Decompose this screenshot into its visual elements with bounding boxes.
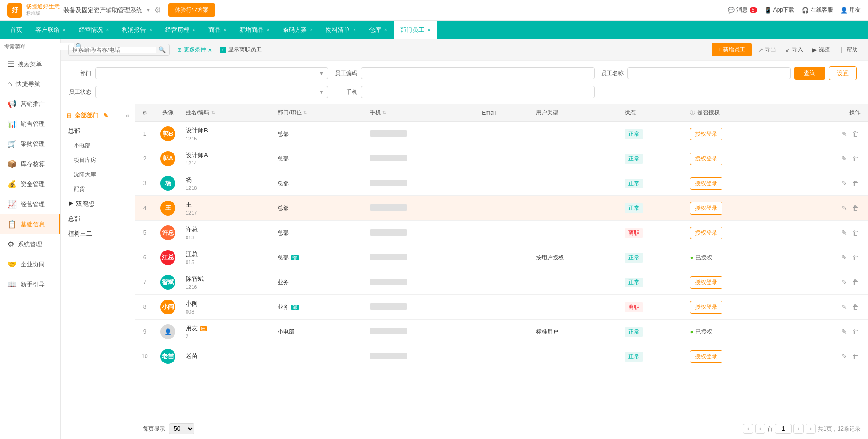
edit-btn[interactable]: ✎ [840,179,849,188]
edit-btn[interactable]: ✎ [840,228,849,237]
nav-item-条码方案[interactable]: 条码方案 × [276,21,319,39]
col-name[interactable]: 姓名/编码 ⇅ [182,104,274,122]
sidebar-item-系统管理[interactable]: ⚙系统管理 [0,234,60,254]
message-btn[interactable]: 💬 消息 5 [728,6,757,14]
help-btn[interactable]: ｜ 帮助 [836,44,861,56]
query-button[interactable]: 查询 [794,67,825,80]
nav-item-利润报告[interactable]: 利润报告 × [115,21,159,39]
dept-tree-child-4[interactable]: 配货 [61,182,135,196]
gear-icon[interactable]: ⚙ [154,6,161,14]
last-page-btn[interactable]: › [806,424,816,434]
nav-close-icon[interactable]: × [105,28,109,33]
emp-status-select[interactable]: ▼ [95,86,328,98]
online-service-btn[interactable]: 🎧 在线客服 [802,6,833,14]
nav-item-新增商品[interactable]: 新增商品 × [233,21,276,39]
delete-btn[interactable]: 🗑 [850,278,861,287]
sidebar-item-经营管理[interactable]: 📈经营管理 [0,194,60,214]
emp-code-input[interactable] [361,67,594,79]
nav-close-icon[interactable]: × [62,28,66,33]
nav-item-经营历程[interactable]: 经营历程 × [159,21,202,39]
edit-btn[interactable]: ✎ [840,129,849,139]
phone-input[interactable] [361,86,594,98]
nav-close-icon[interactable]: × [222,28,227,33]
emp-name-input[interactable] [627,67,791,79]
search-icon[interactable]: 🔍 [158,46,166,53]
delete-btn[interactable]: 🗑 [850,203,861,213]
auth-login-btn[interactable]: 授权登录 [690,128,722,140]
chevron-down-icon[interactable]: ▼ [146,7,151,13]
edit-btn[interactable]: ✎ [840,278,849,287]
page-number-input[interactable] [775,424,792,434]
dept-tree-item-5[interactable]: ▶ 双鹿想 [61,196,135,211]
nav-close-icon[interactable]: × [383,28,387,33]
dept-select[interactable]: ▼ [95,67,328,79]
sidebar-item-营销推广[interactable]: 📢营销推广 [0,94,60,114]
delete-btn[interactable]: 🗑 [850,154,861,163]
nav-close-icon[interactable]: × [148,28,152,33]
next-page-btn[interactable]: › [793,424,804,434]
col-settings[interactable]: ⚙ [135,104,154,122]
sidebar-item-资金管理[interactable]: 💰资金管理 [0,174,60,194]
dept-tree-child-1[interactable]: 小电部 [61,139,135,153]
sidebar-item-销售管理[interactable]: 📊销售管理 [0,114,60,134]
sidebar-item-搜索菜单[interactable]: ☰搜索菜单 [0,54,60,74]
more-filter-btn[interactable]: ⊞ 更多条件 ∧ [174,44,216,56]
delete-btn[interactable]: 🗑 [850,129,861,139]
nav-item-物料清单[interactable]: 物料清单 × [319,21,362,39]
nav-item-部门员工[interactable]: 部门员工 × [394,21,437,39]
add-employee-button[interactable]: + 新增员工 [712,43,752,56]
sidebar-item-企业协同[interactable]: 🤝企业协同 [0,254,60,274]
auth-login-btn[interactable]: 授权登录 [690,202,722,215]
delete-btn[interactable]: 🗑 [850,352,861,361]
auth-login-btn[interactable]: 授权登录 [690,227,722,239]
edit-icon[interactable]: ✎ [104,112,108,119]
delete-btn[interactable]: 🗑 [850,327,861,336]
reset-button[interactable]: 设置 [829,66,857,80]
col-dept[interactable]: 部门/职位 ⇅ [274,104,366,122]
search-box[interactable]: 🔍 [68,44,170,56]
nav-item-商品[interactable]: 商品 × [202,21,233,39]
sidebar-item-库存核算[interactable]: 📦库存核算 [0,154,60,174]
auth-login-btn[interactable]: 授权登录 [690,276,722,289]
edit-btn[interactable]: ✎ [840,154,849,163]
app-download-btn[interactable]: 📱 App下载 [764,6,794,14]
delete-btn[interactable]: 🗑 [850,302,861,312]
nav-close-icon[interactable]: × [191,28,195,33]
nav-item-仓库[interactable]: 仓库 × [362,21,394,39]
prev-page-btn[interactable]: ‹ [755,424,765,434]
col-phone[interactable]: 手机 ⇅ [366,104,479,122]
trial-button[interactable]: 体验行业方案 [168,3,215,17]
dept-tree-item-0[interactable]: 总部 [61,124,135,139]
search-input[interactable] [72,47,156,53]
collapse-tree-btn[interactable]: « [126,112,129,119]
auth-login-btn[interactable]: 授权登录 [690,153,722,165]
sidebar-item-基础信息[interactable]: 📋基础信息 [0,214,60,234]
per-page-select[interactable]: 50 100 [169,423,194,434]
nav-close-icon[interactable]: × [265,28,270,33]
nav-close-icon[interactable]: × [426,28,431,33]
delete-btn[interactable]: 🗑 [850,228,861,237]
dept-tree-item-7[interactable]: 植树王二 [61,226,135,241]
nav-close-icon[interactable]: × [309,28,313,33]
sidebar-item-快捷导航[interactable]: ⌂快捷导航 [0,74,60,94]
edit-btn[interactable]: ✎ [840,302,849,312]
export-btn[interactable]: ↗ 导出 [756,44,779,56]
first-page-btn[interactable]: ‹ [743,424,753,434]
show-resigned-toggle[interactable]: ✓ 显示离职员工 [220,46,262,54]
user-btn[interactable]: 👤 用友 [840,6,861,14]
auth-login-btn[interactable]: 授权登录 [690,350,722,363]
sidebar-item-新手引导[interactable]: 📖新手引导 [0,274,60,294]
video-btn[interactable]: ▶ 视频 [810,44,833,56]
info-icon[interactable]: ⓘ [690,109,695,116]
edit-btn[interactable]: ✎ [840,203,849,213]
sidebar-item-采购管理[interactable]: 🛒采购管理 [0,134,60,154]
dept-tree-child-2[interactable]: 项目库房 [61,153,135,167]
auth-login-btn[interactable]: 授权登录 [690,177,722,190]
nav-item-经营情况[interactable]: 经营情况 × [72,21,116,39]
nav-close-icon[interactable]: × [352,28,356,33]
edit-btn[interactable]: ✎ [840,352,849,361]
delete-btn[interactable]: 🗑 [850,253,861,262]
import-btn[interactable]: ↙ 导入 [783,44,806,56]
dept-tree-item-6[interactable]: 总部 [61,211,135,226]
auth-login-btn[interactable]: 授权登录 [690,301,722,314]
